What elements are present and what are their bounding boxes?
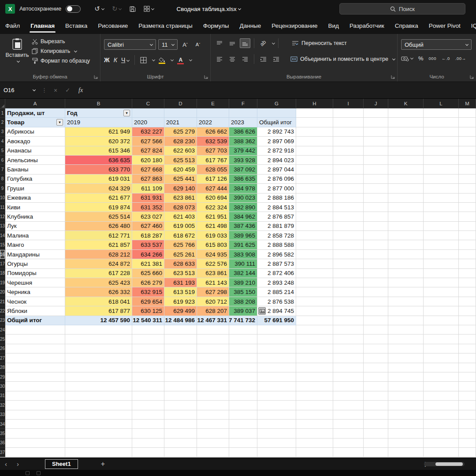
cell-L8[interactable] — [424, 175, 459, 184]
cell-L28[interactable] — [424, 363, 459, 372]
cell-I33[interactable] — [333, 410, 364, 420]
cell-H25[interactable] — [296, 335, 333, 344]
cell-F4[interactable]: 388 362 — [229, 137, 257, 146]
cell-A4[interactable]: Авокадо — [5, 137, 65, 146]
cell-C8[interactable]: 627 863 — [132, 175, 164, 184]
cell-J24[interactable] — [364, 325, 388, 335]
cell-C28[interactable] — [132, 363, 164, 372]
cell-H2[interactable] — [296, 118, 333, 127]
cell-C14[interactable]: 618 287 — [132, 231, 164, 240]
cell-I26[interactable] — [333, 344, 364, 353]
cell-H12[interactable] — [296, 212, 333, 221]
cell-I27[interactable] — [333, 353, 364, 363]
cell-C32[interactable] — [132, 401, 164, 410]
cell-L9[interactable] — [424, 184, 459, 193]
cell-D18[interactable]: 623 513 — [164, 269, 197, 278]
cell-I34[interactable] — [333, 420, 364, 429]
cell-C25[interactable] — [132, 335, 164, 344]
cell-D28[interactable] — [164, 363, 197, 372]
cell-J32[interactable] — [364, 401, 388, 410]
cell-E33[interactable] — [197, 410, 229, 420]
cell-H13[interactable] — [296, 222, 333, 231]
cell-H19[interactable] — [296, 278, 333, 287]
cell-B8[interactable]: 619 031 — [65, 175, 132, 184]
cell-E3[interactable]: 626 662 — [197, 127, 229, 137]
cell-M32[interactable] — [459, 401, 476, 410]
cell-D27[interactable] — [164, 353, 197, 363]
paste-button[interactable]: Вставить — [5, 38, 29, 76]
cell-E2[interactable]: 2022 — [197, 118, 229, 127]
cell-D32[interactable] — [164, 401, 197, 410]
cell-D36[interactable] — [164, 439, 197, 448]
cell-B5[interactable]: 615 346 — [65, 146, 132, 156]
cell-G19[interactable]: 2 893 248 — [257, 278, 296, 287]
cell-J11[interactable] — [364, 203, 388, 212]
cell-B19[interactable]: 625 423 — [65, 278, 132, 287]
cell-C1[interactable] — [132, 108, 164, 118]
column-header-A[interactable]: A — [5, 99, 65, 108]
cell-A15[interactable]: Манго — [5, 240, 65, 249]
cell-F20[interactable]: 385 150 — [229, 287, 257, 297]
font-size-select[interactable]: 11 — [158, 39, 178, 50]
select-all-button[interactable] — [0, 99, 5, 108]
cell-G14[interactable]: 2 858 728 — [257, 231, 296, 240]
cell-H4[interactable] — [296, 137, 333, 146]
cell-J14[interactable] — [364, 231, 388, 240]
accounting-format-button[interactable] — [401, 56, 409, 61]
merge-center-button[interactable]: Объединить и поместить в центре — [290, 56, 395, 62]
cell-F12[interactable]: 384 962 — [229, 212, 257, 221]
cell-C31[interactable] — [132, 391, 164, 401]
cell-L6[interactable] — [424, 156, 459, 165]
cell-D2[interactable]: 2021 — [164, 118, 197, 127]
cell-I4[interactable] — [333, 137, 364, 146]
cell-F13[interactable]: 387 436 — [229, 222, 257, 231]
cell-G30[interactable] — [257, 382, 296, 391]
cell-H21[interactable] — [296, 297, 333, 306]
row-header-21[interactable]: 21 — [0, 297, 5, 306]
cell-E15[interactable]: 615 803 — [197, 240, 229, 249]
cell-G3[interactable]: 2 892 743 — [257, 127, 296, 137]
cell-M14[interactable] — [459, 231, 476, 240]
cell-I8[interactable] — [333, 175, 364, 184]
column-header-H[interactable]: H — [296, 99, 333, 108]
cell-K7[interactable] — [388, 165, 424, 174]
cell-F34[interactable] — [229, 420, 257, 429]
cell-G11[interactable]: 2 884 513 — [257, 203, 296, 212]
cell-L34[interactable] — [424, 420, 459, 429]
cell-L17[interactable] — [424, 259, 459, 268]
ribbon-tab-Рисование[interactable]: Рисование — [93, 18, 133, 34]
cell-M9[interactable] — [459, 184, 476, 193]
cell-H6[interactable] — [296, 156, 333, 165]
cell-C18[interactable]: 625 660 — [132, 269, 164, 278]
cell-B2[interactable]: 2019 — [65, 118, 132, 127]
cell-M33[interactable] — [459, 410, 476, 420]
bold-button[interactable]: Ж — [104, 56, 110, 63]
cell-L13[interactable] — [424, 222, 459, 231]
cell-A1[interactable]: Продажи, шт — [5, 108, 65, 118]
cell-A14[interactable]: Малина — [5, 231, 65, 240]
cell-J8[interactable] — [364, 175, 388, 184]
cell-B22[interactable]: 617 877 — [65, 306, 132, 316]
cell-G5[interactable]: 2 872 918 — [257, 146, 296, 156]
cell-K23[interactable] — [388, 316, 424, 325]
status-icon-1[interactable] — [26, 471, 30, 475]
cell-J27[interactable] — [364, 353, 388, 363]
cell-E1[interactable] — [197, 108, 229, 118]
cell-B26[interactable] — [65, 344, 132, 353]
cell-E13[interactable]: 621 498 — [197, 222, 229, 231]
column-header-E[interactable]: E — [197, 99, 229, 108]
cell-H15[interactable] — [296, 240, 333, 249]
cell-B35[interactable] — [65, 429, 132, 438]
cell-C4[interactable]: 627 566 — [132, 137, 164, 146]
cell-K6[interactable] — [388, 156, 424, 165]
cell-C13[interactable]: 627 460 — [132, 222, 164, 231]
cell-E19[interactable]: 621 143 — [197, 278, 229, 287]
number-dialog-launcher-icon[interactable] — [470, 75, 474, 79]
cell-F32[interactable] — [229, 401, 257, 410]
cell-B18[interactable]: 617 228 — [65, 269, 132, 278]
cell-F7[interactable]: 387 092 — [229, 165, 257, 174]
cell-A20[interactable]: Черника — [5, 287, 65, 297]
cell-M18[interactable] — [459, 269, 476, 278]
cell-A19[interactable]: Черешня — [5, 278, 65, 287]
cell-M7[interactable] — [459, 165, 476, 174]
